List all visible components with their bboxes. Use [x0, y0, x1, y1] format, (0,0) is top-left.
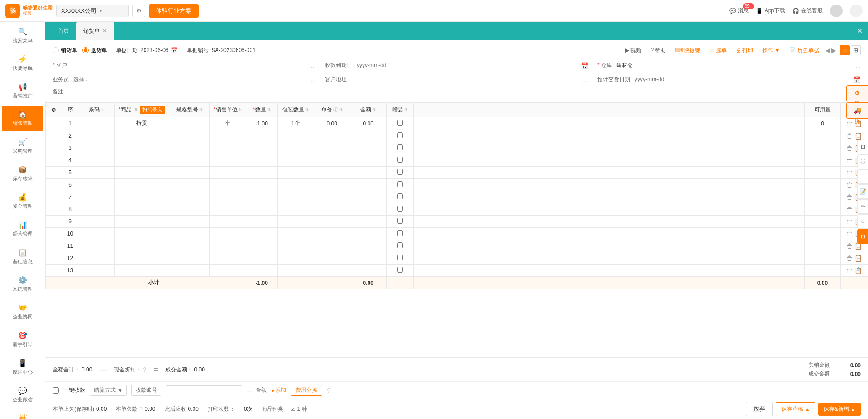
row-price-cell[interactable]	[314, 167, 350, 179]
save-new-btn[interactable]: 保存&新增 ▲	[818, 403, 861, 416]
row-product-cell[interactable]	[115, 216, 169, 228]
radio-return[interactable]: 退货单	[82, 47, 107, 54]
user-menu-icon[interactable]	[850, 5, 863, 17]
row-spec-cell[interactable]	[169, 228, 210, 240]
row-price-cell[interactable]	[314, 191, 350, 203]
delete-row-icon[interactable]: 🗑	[846, 169, 853, 176]
row-qty-cell[interactable]: -1.00	[246, 117, 277, 130]
sidebar-item-marketing[interactable]: 📢 营销推广	[2, 78, 43, 104]
row-pack-cell[interactable]	[277, 252, 314, 265]
toolbar-video-btn[interactable]: ▶ 视频	[622, 46, 644, 55]
row-amount-cell[interactable]	[350, 130, 386, 142]
view-list-btn[interactable]: ☰	[840, 45, 850, 55]
payment-method-selector[interactable]: 结算方式 ▼	[90, 385, 127, 396]
row-price-cell[interactable]	[314, 130, 350, 142]
toolbar-select-btn[interactable]: ☰ 选单	[707, 46, 729, 55]
sidebar-item-shortcut[interactable]: ⚡ 快捷导航	[2, 50, 43, 76]
row-qty-cell[interactable]	[246, 252, 277, 265]
row-amount-cell[interactable]: 0.00	[350, 117, 386, 130]
row-amount-cell[interactable]	[350, 142, 386, 154]
rfb-6[interactable]: ☆	[857, 214, 868, 229]
sidebar-item-appstore[interactable]: 📱 应用中心	[2, 354, 43, 380]
sidebar-item-guide[interactable]: 🎯 新手引导	[2, 327, 43, 352]
row-unit-cell[interactable]	[210, 265, 246, 277]
copy-row-icon[interactable]: 📋	[854, 255, 862, 262]
row-product-cell[interactable]	[115, 265, 169, 277]
toolbar-print-btn[interactable]: 🖨 打印	[733, 46, 756, 55]
rfb-5[interactable]: ✏	[857, 199, 868, 214]
row-barcode-cell[interactable]	[78, 265, 115, 277]
delete-row-icon[interactable]: 🗑	[846, 157, 853, 164]
row-amount-cell[interactable]	[350, 203, 386, 216]
row-qty-cell[interactable]	[246, 154, 277, 167]
row-amount-cell[interactable]	[350, 216, 386, 228]
settings-button[interactable]: ⚙	[132, 5, 145, 17]
row-gift-cell[interactable]	[386, 179, 413, 191]
gift-checkbox[interactable]	[397, 169, 403, 175]
delete-row-icon[interactable]: 🗑	[846, 255, 853, 262]
discard-btn[interactable]: 放弃	[746, 402, 773, 416]
row-price-cell[interactable]	[314, 154, 350, 167]
remarks-input[interactable]	[66, 87, 202, 96]
row-product-cell[interactable]: 拆贡	[115, 117, 169, 130]
row-barcode-cell[interactable]	[78, 216, 115, 228]
gift-checkbox[interactable]	[397, 267, 403, 273]
sidebar-item-search[interactable]: 🔍 搜索菜单	[2, 23, 43, 48]
row-barcode-cell[interactable]	[78, 191, 115, 203]
radio-sales[interactable]: 销货单	[53, 47, 77, 54]
discount-help-icon[interactable]: ?	[143, 366, 146, 373]
row-unit-cell[interactable]	[210, 167, 246, 179]
gift-checkbox[interactable]	[397, 144, 403, 150]
row-spec-cell[interactable]	[169, 179, 210, 191]
row-qty-cell[interactable]	[246, 142, 277, 154]
row-spec-cell[interactable]	[169, 167, 210, 179]
tab-close-icon[interactable]: ✕	[102, 28, 107, 34]
customer-addr-dots-btn[interactable]: ...	[583, 76, 588, 83]
view-grid-btn[interactable]: ⊞	[851, 45, 861, 55]
row-gift-cell[interactable]	[386, 240, 413, 252]
row-pack-cell[interactable]	[277, 216, 314, 228]
gift-checkbox[interactable]	[397, 132, 403, 138]
row-spec-cell[interactable]	[169, 191, 210, 203]
row-qty-cell[interactable]	[246, 216, 277, 228]
row-amount-cell[interactable]	[350, 265, 386, 277]
row-qty-cell[interactable]	[246, 167, 277, 179]
salesperson-dots-btn[interactable]: ...	[310, 76, 316, 83]
row-pack-cell[interactable]	[277, 228, 314, 240]
row-spec-cell[interactable]	[169, 130, 210, 142]
delete-row-icon[interactable]: 🗑	[846, 132, 853, 140]
sidebar-item-inventory[interactable]: 📦 库存核算	[2, 161, 43, 187]
row-qty-cell[interactable]	[246, 203, 277, 216]
rfb-1[interactable]: ⊡	[857, 140, 868, 154]
sidebar-item-operations[interactable]: 📊 经营管理	[2, 216, 43, 242]
row-price-cell[interactable]	[314, 216, 350, 228]
delete-row-icon[interactable]: 🗑	[846, 230, 853, 237]
expected-date-calendar-icon[interactable]: 📅	[853, 76, 861, 83]
row-barcode-cell[interactable]	[78, 252, 115, 265]
row-product-cell[interactable]	[115, 154, 169, 167]
gift-checkbox[interactable]	[397, 218, 403, 224]
row-spec-cell[interactable]	[169, 117, 210, 130]
gift-checkbox[interactable]	[397, 230, 403, 236]
rfb-2[interactable]: 🛡	[857, 154, 868, 169]
fee-help-icon[interactable]: ?	[327, 387, 330, 394]
gift-checkbox[interactable]	[397, 181, 403, 187]
row-unit-cell[interactable]	[210, 240, 246, 252]
add-payment-btn[interactable]: ● 添加	[271, 386, 286, 394]
salesperson-input[interactable]	[72, 75, 307, 84]
row-barcode-cell[interactable]	[78, 179, 115, 191]
delete-row-icon[interactable]: 🗑	[846, 267, 853, 274]
quick-pay-checkbox[interactable]	[53, 387, 59, 394]
row-gift-cell[interactable]	[386, 167, 413, 179]
row-pack-cell[interactable]	[277, 191, 314, 203]
cumulative-help-icon[interactable]: ?	[139, 405, 143, 413]
row-gift-cell[interactable]	[386, 142, 413, 154]
logistics-side-btn[interactable]: 🚚 物流	[846, 102, 868, 119]
customer-dots-btn[interactable]: ...	[310, 62, 316, 69]
row-amount-cell[interactable]	[350, 191, 386, 203]
gift-checkbox[interactable]	[397, 242, 403, 248]
table-settings-icon[interactable]: ⚙	[51, 107, 56, 113]
row-barcode-cell[interactable]	[78, 154, 115, 167]
row-spec-cell[interactable]	[169, 240, 210, 252]
sidebar-item-sales[interactable]: 🏠 销售管理	[2, 106, 43, 131]
